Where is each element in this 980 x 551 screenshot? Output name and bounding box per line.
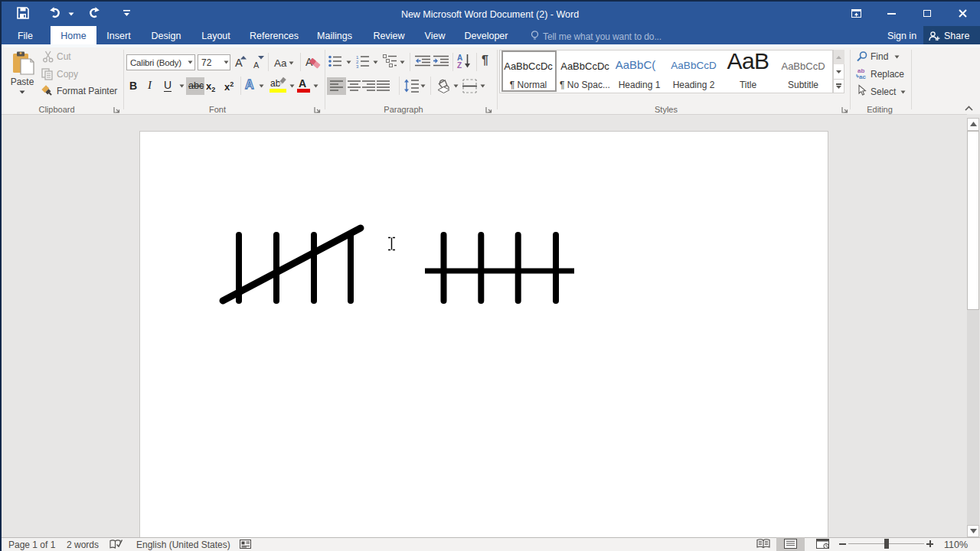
svg-text:3: 3: [356, 64, 359, 69]
svg-text:Z: Z: [457, 61, 462, 70]
svg-text:ac: ac: [859, 73, 866, 80]
